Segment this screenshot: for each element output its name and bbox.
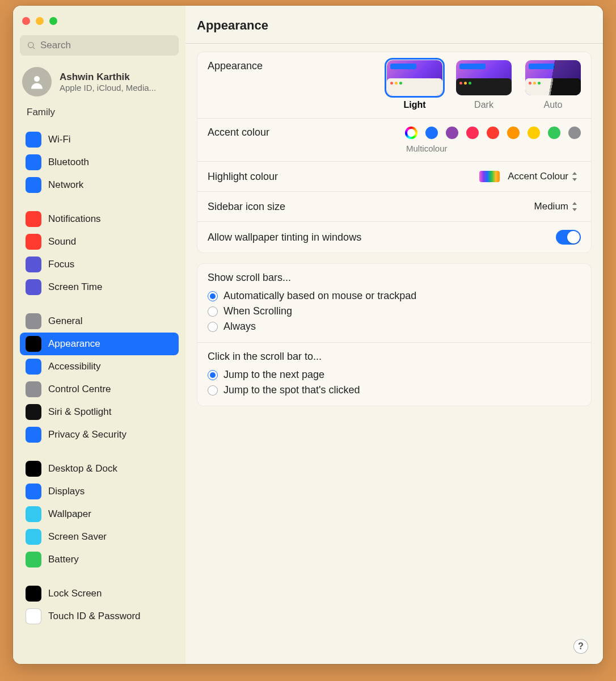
help-button[interactable]: ?: [573, 639, 588, 654]
sidebar-item-touch-id-password[interactable]: Touch ID & Password: [20, 605, 179, 628]
radio-label: Always: [223, 321, 256, 333]
scrollbars-option[interactable]: Always: [208, 319, 581, 334]
sidebar-item-wallpaper[interactable]: Wallpaper: [20, 503, 179, 526]
sidebar-icon-size-label: Sidebar icon size: [208, 201, 285, 213]
sidebar-item-screen-time[interactable]: Screen Time: [20, 276, 179, 299]
sidebar-item-icon: [26, 461, 41, 477]
sidebar-item-notifications[interactable]: Notifications: [20, 208, 179, 230]
sidebar-item-desktop-dock[interactable]: Desktop & Dock: [20, 457, 179, 480]
accent-swatch-ff9500[interactable]: [507, 127, 520, 139]
appearance-option-dark[interactable]: Dark: [456, 60, 512, 110]
sidebar-item-icon: [26, 359, 41, 375]
accent-swatch-ff2d55[interactable]: [466, 127, 479, 139]
minimize-window-button[interactable]: [36, 17, 44, 25]
fullscreen-window-button[interactable]: [49, 17, 57, 25]
radio-button[interactable]: [208, 385, 218, 396]
highlight-value: Accent Colour: [508, 171, 568, 182]
accent-swatch-1b71fe[interactable]: [425, 127, 438, 139]
appearance-preview-image: [387, 60, 442, 95]
sidebar-item-control-centre[interactable]: Control Centre: [20, 378, 179, 401]
sidebar-icon-size-select[interactable]: Medium: [531, 200, 581, 213]
sidebar-item-label: Notifications: [48, 213, 101, 225]
radio-label: Jump to the spot that's clicked: [223, 384, 360, 396]
sidebar-item-battery[interactable]: Battery: [20, 548, 179, 571]
sidebar-item-label: Wi-Fi: [48, 134, 71, 145]
accent-label: Accent colour: [208, 127, 269, 138]
sidebar-item-icon: [26, 154, 41, 170]
appearance-option-light[interactable]: Light: [387, 60, 442, 110]
appearance-option-label: Dark: [456, 100, 512, 110]
sidebar-item-family[interactable]: Family: [27, 107, 172, 118]
sidebar-item-label: Focus: [48, 259, 74, 270]
scrollbars-option[interactable]: When Scrolling: [208, 304, 581, 319]
radio-button[interactable]: [208, 306, 218, 317]
sidebar-item-icon: [26, 552, 41, 568]
accent-swatch-ff3b30[interactable]: [487, 127, 499, 139]
sidebar-item-general[interactable]: General: [20, 310, 179, 333]
appearance-card: Appearance LightDarkAuto Accent colour M…: [197, 52, 592, 253]
sidebar-item-accessibility[interactable]: Accessibility: [20, 355, 179, 378]
sidebar-item-icon: [26, 506, 41, 522]
page-title: Appearance: [185, 6, 603, 44]
close-window-button[interactable]: [22, 17, 30, 25]
scrollbars-title: Show scroll bars...: [208, 272, 581, 284]
chevron-updown-icon: [572, 172, 577, 181]
sidebar-item-focus[interactable]: Focus: [20, 253, 179, 276]
scrollbars-option[interactable]: Automatically based on mouse or trackpad: [208, 288, 581, 304]
sidebar-item-label: Network: [48, 179, 83, 191]
radio-button[interactable]: [208, 322, 218, 332]
sidebar-item-label: Lock Screen: [48, 588, 102, 599]
highlight-select[interactable]: Accent Colour: [504, 170, 581, 183]
search-input[interactable]: [40, 40, 172, 51]
sidebar-item-label: General: [48, 316, 82, 327]
accent-swatch-8e44ad[interactable]: [446, 127, 458, 139]
accent-swatch-multicolour[interactable]: [405, 127, 417, 139]
sidebar-item-label: Sound: [48, 236, 76, 247]
accent-swatch-34c759[interactable]: [548, 127, 560, 139]
accent-swatch-8e8e93[interactable]: [568, 127, 581, 139]
content-pane: Appearance Appearance LightDarkAuto Acce…: [185, 6, 603, 664]
search-field[interactable]: [20, 35, 179, 56]
sidebar-item-icon: [26, 404, 41, 420]
sidebar-item-bluetooth[interactable]: Bluetooth: [20, 151, 179, 174]
sidebar-item-icon: [26, 132, 41, 148]
appearance-options: LightDarkAuto: [387, 60, 581, 110]
radio-button[interactable]: [208, 291, 218, 301]
wallpaper-tinting-label: Allow wallpaper tinting in windows: [208, 232, 361, 243]
sidebar-item-label: Privacy & Security: [48, 429, 126, 440]
sidebar-item-screen-saver[interactable]: Screen Saver: [20, 526, 179, 548]
sidebar: Ashwin Karthik Apple ID, iCloud, Media..…: [13, 6, 185, 664]
sidebar-item-wi-fi[interactable]: Wi-Fi: [20, 128, 179, 151]
chevron-updown-icon: [572, 202, 577, 211]
sidebar-item-appearance[interactable]: Appearance: [20, 333, 179, 355]
accent-selected-name: Multicolour: [406, 144, 448, 153]
sidebar-icon-size-value: Medium: [534, 201, 568, 212]
radio-button[interactable]: [208, 370, 218, 380]
sidebar-item-icon: [26, 529, 41, 545]
sidebar-item-icon: [26, 336, 41, 352]
sidebar-item-label: Screen Saver: [48, 531, 107, 543]
sidebar-item-network[interactable]: Network: [20, 174, 179, 196]
scrollclick-option[interactable]: Jump to the next page: [208, 367, 581, 382]
radio-label: Jump to the next page: [223, 369, 324, 381]
wallpaper-tinting-toggle[interactable]: [556, 230, 581, 245]
appearance-option-label: Auto: [525, 100, 581, 110]
avatar: [22, 67, 52, 96]
scrollclick-option[interactable]: Jump to the spot that's clicked: [208, 382, 581, 398]
sidebar-item-label: Touch ID & Password: [48, 611, 141, 622]
sidebar-item-lock-screen[interactable]: Lock Screen: [20, 582, 179, 605]
appearance-option-auto[interactable]: Auto: [525, 60, 581, 110]
sidebar-item-siri-spotlight[interactable]: Siri & Spotlight: [20, 401, 179, 423]
sidebar-item-displays[interactable]: Displays: [20, 480, 179, 503]
sidebar-item-icon: [26, 484, 41, 499]
user-subtitle: Apple ID, iCloud, Media...: [60, 83, 156, 93]
window-controls: [22, 17, 179, 25]
sidebar-item-label: Wallpaper: [48, 508, 91, 520]
system-settings-window: Ashwin Karthik Apple ID, iCloud, Media..…: [13, 6, 603, 664]
sidebar-item-icon: [26, 313, 41, 329]
sidebar-item-sound[interactable]: Sound: [20, 230, 179, 253]
sidebar-item-user[interactable]: Ashwin Karthik Apple ID, iCloud, Media..…: [22, 67, 176, 96]
sidebar-item-privacy-security[interactable]: Privacy & Security: [20, 423, 179, 446]
accent-swatch-ffcc00[interactable]: [528, 127, 540, 139]
appearance-preview-image: [456, 60, 512, 95]
